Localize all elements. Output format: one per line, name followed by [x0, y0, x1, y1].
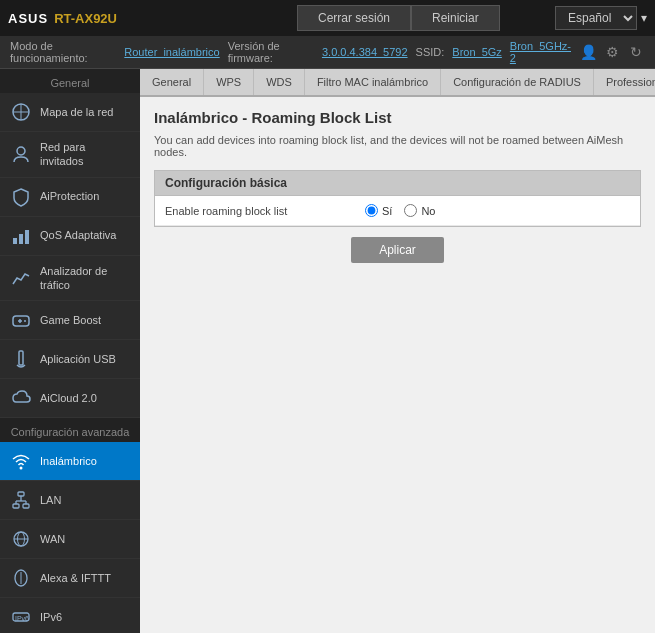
sidebar-item-guest[interactable]: Red para invitados: [0, 132, 140, 178]
sidebar-general-title: General: [0, 69, 140, 93]
sidebar-item-traffic-label: Analizador de tráfico: [40, 264, 130, 293]
sidebar-item-wan-label: WAN: [40, 532, 65, 546]
enable-roaming-value: Sí No: [365, 204, 435, 217]
logout-button[interactable]: Cerrar sesión: [297, 5, 411, 31]
sidebar-item-aicloud[interactable]: AiCloud 2.0: [0, 379, 140, 418]
svg-rect-13: [18, 492, 24, 496]
firmware-value[interactable]: 3.0.0.4.384_5792: [322, 46, 408, 58]
sidebar-item-alexa-label: Alexa & IFTTT: [40, 571, 111, 585]
radio-si-label: Sí: [382, 205, 392, 217]
shield-icon: [10, 186, 32, 208]
tab-wps[interactable]: WPS: [204, 69, 254, 95]
tabs-bar: General WPS WDS Filtro MAC inalámbrico C…: [140, 69, 655, 97]
page-title: Inalámbrico - Roaming Block List: [154, 109, 641, 126]
page-description: You can add devices into roaming block l…: [154, 134, 641, 158]
chevron-down-icon: ▾: [641, 11, 647, 25]
sidebar-item-game-label: Game Boost: [40, 313, 101, 327]
usb-icon: [10, 348, 32, 370]
qos-icon: [10, 225, 32, 247]
sidebar-item-ipv6-label: IPv6: [40, 610, 62, 624]
sidebar-item-aiprotection-label: AiProtection: [40, 189, 99, 203]
svg-point-12: [20, 467, 23, 470]
asus-logo: ASUS: [8, 11, 48, 26]
svg-rect-11: [19, 351, 23, 365]
sidebar-item-aiprotection[interactable]: AiProtection: [0, 178, 140, 217]
sidebar-item-aicloud-label: AiCloud 2.0: [40, 391, 97, 405]
language-dropdown[interactable]: Español: [555, 6, 637, 30]
cloud-icon: [10, 387, 32, 409]
wifi-icon: [10, 450, 32, 472]
radio-si-option[interactable]: Sí: [365, 204, 392, 217]
ssid-2g[interactable]: Bron_5Gz: [452, 46, 502, 58]
enable-roaming-row: Enable roaming block list Sí No: [155, 196, 640, 226]
config-section-title: Configuración básica: [155, 171, 640, 196]
radio-no-option[interactable]: No: [404, 204, 435, 217]
model-name: RT-AX92U: [54, 11, 117, 26]
sidebar-item-usb-label: Aplicación USB: [40, 352, 116, 366]
sidebar: General Mapa de la red Red para invitado…: [0, 69, 140, 633]
sidebar-item-traffic[interactable]: Analizador de tráfico: [0, 256, 140, 302]
sidebar-item-guest-label: Red para invitados: [40, 140, 130, 169]
sidebar-item-wireless-label: Inalámbrico: [40, 454, 97, 468]
svg-rect-14: [13, 504, 19, 508]
radio-si[interactable]: [365, 204, 378, 217]
sidebar-item-game[interactable]: Game Boost: [0, 301, 140, 340]
sidebar-item-alexa[interactable]: Alexa & IFTTT: [0, 559, 140, 598]
tab-mac-filter[interactable]: Filtro MAC inalámbrico: [305, 69, 441, 95]
enable-roaming-label: Enable roaming block list: [165, 205, 365, 217]
user-icon[interactable]: 👤: [579, 43, 597, 61]
ipv6-icon: IPv6: [10, 606, 32, 628]
sidebar-item-qos[interactable]: QoS Adaptativa: [0, 217, 140, 256]
mode-label: Modo de funcionamiento:: [10, 40, 116, 64]
status-icons: 👤 ⚙ ↻: [579, 43, 645, 61]
svg-point-10: [24, 320, 26, 322]
sidebar-advanced-title: Configuración avanzada: [0, 418, 140, 442]
svg-rect-4: [13, 238, 17, 244]
mode-value[interactable]: Router_inalámbrico: [124, 46, 219, 58]
ssid-5g[interactable]: Bron_5GHz-2: [510, 40, 571, 64]
alexa-icon: [10, 567, 32, 589]
tab-professional[interactable]: Professional: [594, 69, 655, 95]
sidebar-item-map[interactable]: Mapa de la red: [0, 93, 140, 132]
tab-wds[interactable]: WDS: [254, 69, 305, 95]
apply-btn-row: Aplicar: [154, 227, 641, 273]
firmware-label: Versión de firmware:: [228, 40, 314, 64]
map-icon: [10, 101, 32, 123]
top-buttons: Cerrar sesión Reiniciar: [297, 5, 500, 31]
sidebar-item-map-label: Mapa de la red: [40, 105, 113, 119]
sidebar-item-lan[interactable]: LAN: [0, 481, 140, 520]
sidebar-item-qos-label: QoS Adaptativa: [40, 228, 116, 242]
svg-rect-5: [19, 234, 23, 244]
top-bar: ASUS RT-AX92U Cerrar sesión Reiniciar Es…: [0, 0, 655, 36]
refresh-icon[interactable]: ↻: [627, 43, 645, 61]
sidebar-item-wan[interactable]: WAN: [0, 520, 140, 559]
logo-area: ASUS RT-AX92U: [8, 11, 117, 26]
content-area: General WPS WDS Filtro MAC inalámbrico C…: [140, 69, 655, 633]
config-section: Configuración básica Enable roaming bloc…: [154, 170, 641, 227]
sidebar-item-usb[interactable]: Aplicación USB: [0, 340, 140, 379]
game-icon: [10, 309, 32, 331]
sidebar-item-lan-label: LAN: [40, 493, 61, 507]
svg-rect-6: [25, 230, 29, 244]
language-selector[interactable]: Español ▾: [555, 6, 647, 30]
svg-rect-15: [23, 504, 29, 508]
ssid-label: SSID:: [416, 46, 445, 58]
traffic-icon: [10, 267, 32, 289]
status-bar: Modo de funcionamiento: Router_inalámbri…: [0, 36, 655, 69]
wan-icon: [10, 528, 32, 550]
radio-no[interactable]: [404, 204, 417, 217]
tab-general[interactable]: General: [140, 69, 204, 95]
tab-radius[interactable]: Configuración de RADIUS: [441, 69, 594, 95]
restart-button[interactable]: Reiniciar: [411, 5, 500, 31]
settings-icon[interactable]: ⚙: [603, 43, 621, 61]
page-content: Inalámbrico - Roaming Block List You can…: [140, 97, 655, 633]
radio-no-label: No: [421, 205, 435, 217]
svg-text:IPv6: IPv6: [15, 615, 29, 622]
svg-point-3: [17, 147, 25, 155]
lan-icon: [10, 489, 32, 511]
sidebar-item-ipv6[interactable]: IPv6 IPv6: [0, 598, 140, 633]
apply-button[interactable]: Aplicar: [351, 237, 444, 263]
sidebar-item-wireless[interactable]: Inalámbrico: [0, 442, 140, 481]
guest-icon: [10, 143, 32, 165]
main-layout: General Mapa de la red Red para invitado…: [0, 69, 655, 633]
